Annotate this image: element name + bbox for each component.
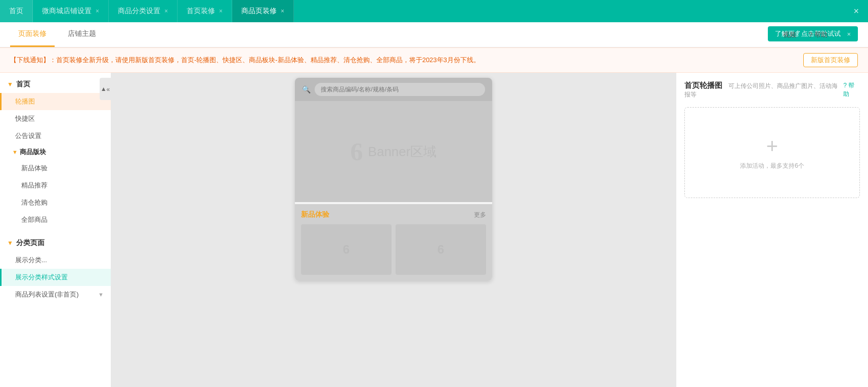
tab-category-settings[interactable]: 商品分类设置 × xyxy=(109,0,178,22)
help-banner-close[interactable]: × xyxy=(847,30,851,38)
close-category-settings[interactable]: × xyxy=(164,8,168,15)
sub-tab-bar: 页面装修 店铺主题 了解更多点击帮助试试 × 视频 ? 帮助 xyxy=(0,22,868,47)
sidebar-item-clearance[interactable]: 清仓抢购 xyxy=(0,194,111,211)
collapse-icon: « xyxy=(107,86,110,93)
sidebar-item-featured[interactable]: 精品推荐 xyxy=(0,177,111,194)
help-label: 帮助 xyxy=(814,30,828,39)
upload-text: 添加活动，最多支持6个 xyxy=(740,162,804,170)
panel-title-group: 首页轮播图 可上传公司照片、商品推广图片、活动海报等 xyxy=(684,81,843,99)
tab-home[interactable]: 首页 xyxy=(0,0,33,22)
sidebar-item-all-products[interactable]: 全部商品 xyxy=(0,211,111,228)
sidebar-item-slideshow[interactable]: 轮播图 xyxy=(0,93,111,110)
sidebar-group-category-label: 分类页面 xyxy=(16,238,45,248)
center-preview: 🔍 6 Banner区域 xyxy=(111,73,676,387)
sidebar-collapse-button[interactable]: ▲ « xyxy=(100,78,111,100)
tab-bar: 首页 微商城店铺设置 × 商品分类设置 × 首页装修 × 商品页装修 × × xyxy=(0,0,868,22)
sidebar-group-home-label: 首页 xyxy=(16,80,30,89)
video-dot-icon xyxy=(798,33,802,37)
banner-logo: 6 Banner区域 xyxy=(351,137,437,166)
upload-plus-icon: + xyxy=(766,135,778,158)
sidebar-section-category: ▼ 分类页面 展示分类... 展示分类样式设置 商品列表设置(非首页) ▼ xyxy=(0,231,111,306)
chevron-up-icon: ▲ xyxy=(101,85,107,92)
search-input[interactable] xyxy=(315,83,485,96)
question-icon: ? xyxy=(808,31,812,39)
brand-icon: 6 xyxy=(351,137,363,166)
panel-header: 首页轮播图 可上传公司照片、商品推广图片、活动海报等 ? 帮助 xyxy=(684,81,860,99)
tab-home-decoration[interactable]: 首页装修 × xyxy=(178,0,232,22)
help-button[interactable]: ? 帮助 xyxy=(808,30,828,39)
global-close-button[interactable]: × xyxy=(844,6,868,17)
arrow-down-icon: ▼ xyxy=(7,81,13,88)
arrow-down-icon: ▼ xyxy=(12,149,18,155)
sidebar-item-category-style[interactable]: 展示分类样式设置 xyxy=(0,269,111,286)
close-product-decoration[interactable]: × xyxy=(281,8,284,15)
search-icon: 🔍 xyxy=(302,85,311,93)
banner-text: Banner区域 xyxy=(368,143,437,161)
product-section-header: 新品体验 更多 xyxy=(301,210,486,219)
sidebar-item-shortcuts[interactable]: 快捷区 xyxy=(0,110,111,127)
notice-text: 【下线通知】：首页装修全新升级，请使用新版首页装修，首页-轮播图、快捷区、商品板… xyxy=(10,56,480,65)
sidebar-group-category[interactable]: ▼ 分类页面 xyxy=(0,234,111,252)
section-title: 新品体验 xyxy=(301,210,329,219)
product-grid: 6 6 xyxy=(301,224,486,275)
video-button[interactable]: 视频 xyxy=(783,30,802,39)
tab-shop-theme[interactable]: 店铺主题 xyxy=(60,22,104,47)
right-panel: 首页轮播图 可上传公司照片、商品推广图片、活动海报等 ? 帮助 + 添加活动，最… xyxy=(676,73,868,387)
phone-preview: 🔍 6 Banner区域 xyxy=(295,78,492,281)
panel-title: 首页轮播图 xyxy=(684,81,722,89)
tab-page-decoration[interactable]: 页面装修 xyxy=(10,22,55,47)
section-more: 更多 xyxy=(474,211,486,219)
sidebar-subgroup-products[interactable]: ▼ 商品版块 xyxy=(0,144,111,160)
new-version-button[interactable]: 新版首页装修 xyxy=(803,53,858,67)
sidebar-item-new-experience[interactable]: 新品体验 xyxy=(0,160,111,177)
product-thumb-1: 6 xyxy=(301,224,392,275)
video-label: 视频 xyxy=(783,30,796,39)
sidebar-group-home[interactable]: ▼ 首页 xyxy=(0,76,111,93)
question-icon2: ? xyxy=(843,82,847,89)
sidebar-item-show-category[interactable]: 展示分类... xyxy=(0,252,111,269)
upload-area[interactable]: + 添加活动，最多支持6个 xyxy=(684,107,860,198)
main-layout: ▲ « ▼ 首页 轮播图 快捷区 公告设置 ▼ 商品版块 新品体验 xyxy=(0,73,868,387)
sidebar-section-home: ▼ 首页 轮播图 快捷区 公告设置 ▼ 商品版块 新品体验 精品推荐 xyxy=(0,73,111,231)
sidebar-item-product-list[interactable]: 商品列表设置(非首页) ▼ xyxy=(0,286,111,303)
sidebar-item-notice[interactable]: 公告设置 xyxy=(0,127,111,144)
close-shop-settings[interactable]: × xyxy=(96,8,99,15)
notice-bar: 【下线通知】：首页装修全新升级，请使用新版首页装修，首页-轮播图、快捷区、商品板… xyxy=(0,47,868,73)
tab-shop-settings[interactable]: 微商城店铺设置 × xyxy=(33,0,109,22)
product-section: 新品体验 更多 6 6 xyxy=(295,204,492,281)
preview-search-bar: 🔍 xyxy=(295,78,492,101)
chevron-down-icon: ▼ xyxy=(98,292,104,298)
banner-area: 6 Banner区域 xyxy=(295,101,492,202)
panel-help-button[interactable]: ? 帮助 xyxy=(843,81,860,99)
arrow-down-icon2: ▼ xyxy=(7,239,13,247)
product-thumb-2: 6 xyxy=(396,224,486,275)
close-home-decoration[interactable]: × xyxy=(219,8,223,15)
sidebar: ▲ « ▼ 首页 轮播图 快捷区 公告设置 ▼ 商品版块 新品体验 xyxy=(0,73,111,387)
tab-product-decoration[interactable]: 商品页装修 × xyxy=(232,0,294,22)
